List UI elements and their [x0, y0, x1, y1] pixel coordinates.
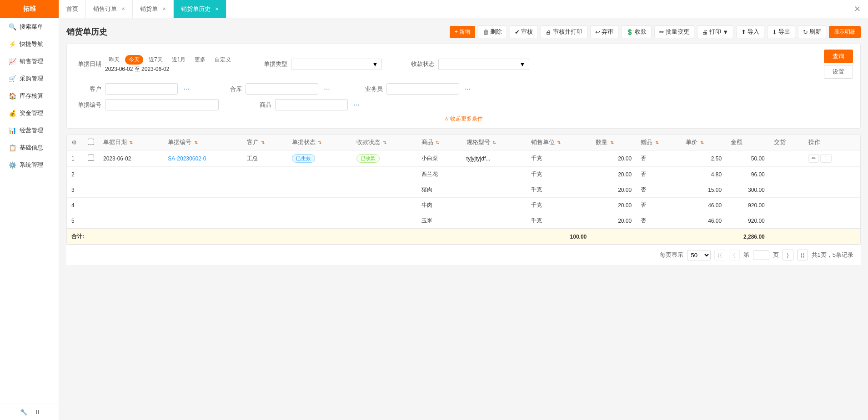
row-customer-3 [242, 198, 287, 213]
tab-sales-order[interactable]: 销售订单 ✕ [86, 0, 133, 18]
sidebar-item-inventory-calc[interactable]: 🏠 库存核算 [0, 87, 59, 105]
audit-print-button[interactable]: 🖨 审核并打印 [541, 25, 587, 38]
filter-product-input[interactable] [275, 99, 348, 110]
row-transaction-4 [769, 213, 804, 229]
collect-icon: 💲 [626, 29, 633, 35]
row-doc-no-0[interactable]: SA-20230602-0 [163, 150, 242, 167]
salesperson-picker-icon[interactable]: ··· [465, 85, 471, 93]
row-amount-2: 300.00 [726, 182, 769, 198]
current-page-input[interactable]: 1 [753, 250, 769, 260]
export-button[interactable]: ⬇ 导出 [767, 25, 795, 38]
col-payment-status[interactable]: 收款状态 ⇅ [352, 135, 416, 150]
next-page-btn[interactable]: ⟩ [783, 250, 793, 260]
filter-setting-button[interactable]: 设置 [824, 65, 853, 79]
tab-sales-history-close[interactable]: ✕ [215, 6, 219, 11]
row-payment-status-0: 已收款 [352, 150, 416, 167]
row-spec-4 [462, 213, 527, 229]
tab-sales-order-label: 销售订单 [93, 5, 117, 13]
delete-button[interactable]: 🗑 删除 [478, 25, 507, 38]
col-doc-date[interactable]: 单据日期 ⇅ [99, 135, 163, 150]
sidebar-item-finance-mgmt[interactable]: 💰 资金管理 [0, 105, 59, 122]
prev-page-btn[interactable]: ⟨ [729, 250, 740, 260]
sidebar-item-system-mgmt[interactable]: ⚙️ 系统管理 [0, 156, 59, 174]
table-row: 3 猪肉 千克 20.00 否 15.00 300.00 [67, 182, 860, 198]
filter-row-3: 单据编号 商品 ··· [74, 99, 853, 110]
last-page-btn[interactable]: ⟩⟩ [797, 250, 808, 260]
filter-docno-input[interactable] [105, 99, 219, 110]
date-tag-1month[interactable]: 近1月 [168, 55, 190, 65]
sidebar-item-purchase-mgmt[interactable]: 🛒 采购管理 [0, 70, 59, 87]
filter-customer-input[interactable] [105, 83, 178, 95]
row-checkbox-0[interactable] [88, 155, 94, 161]
col-gift[interactable]: 赠品 ⇅ [636, 135, 681, 150]
sidebar-item-operations-mgmt[interactable]: 📊 经营管理 [0, 122, 59, 139]
batch-change-button[interactable]: ✏ 批量变更 [654, 25, 694, 38]
discard-button[interactable]: ↩ 弃审 [590, 25, 618, 38]
date-tag-more[interactable]: 更多 [191, 55, 209, 65]
sidebar-item-search-menu[interactable]: 🔍 搜索菜单 [0, 18, 59, 35]
col-settings-icon: ⚙ [71, 139, 77, 146]
new-button[interactable]: + 新增 [450, 26, 475, 38]
settings-bottom-icon[interactable]: 🔧 [20, 409, 27, 415]
col-settings[interactable]: ⚙ [67, 135, 83, 150]
sales-icon: 📈 [9, 58, 16, 65]
date-tag-yesterday[interactable]: 昨天 [105, 55, 123, 65]
query-button[interactable]: 查询 [824, 50, 853, 63]
col-doc-no[interactable]: 单据编号 ⇅ [163, 135, 242, 150]
first-page-btn[interactable]: ⟨⟨ [714, 250, 725, 260]
sidebar-item-quick-nav[interactable]: ⚡ 快捷导航 [0, 35, 59, 53]
sidebar-item-label: 搜索菜单 [20, 23, 43, 31]
sidebar-bottom-actions: 🔧 ⏸ [0, 404, 59, 420]
filter-doc-type-select[interactable]: ▼ [291, 59, 382, 70]
audit-print-icon: 🖨 [546, 29, 552, 35]
row-doc-date-3 [99, 198, 163, 213]
action-btn-更多[interactable]: ⋮ [820, 154, 832, 163]
tab-sales-delivery-close[interactable]: ✕ [162, 6, 166, 11]
tab-close-all-btn[interactable]: ✕ [847, 4, 868, 14]
pause-icon[interactable]: ⏸ [35, 409, 40, 415]
tab-sales-delivery[interactable]: 销货单 ✕ [133, 0, 174, 18]
tab-sales-history[interactable]: 销货单历史 ✕ [174, 0, 226, 18]
audit-button[interactable]: ✔ 审核 [510, 25, 538, 38]
tab-home[interactable]: 首页 [59, 0, 86, 18]
sidebar-item-sales-mgmt[interactable]: 📈 销售管理 [0, 53, 59, 70]
per-page-label: 每页显示 [660, 251, 683, 259]
display-detail-button[interactable]: 显示明细 [829, 26, 861, 38]
sort-customer-icon: ⇅ [261, 140, 265, 145]
filter-salesperson-input[interactable] [386, 83, 459, 95]
row-transaction-1 [769, 167, 804, 182]
col-unit-price[interactable]: 单价 ⇅ [681, 135, 726, 150]
collect-button[interactable]: 💲 收款 [621, 25, 652, 38]
sidebar-item-basic-info[interactable]: 📋 基础信息 [0, 139, 59, 156]
col-product[interactable]: 商品 ⇅ [417, 135, 462, 150]
filter-warehouse-input[interactable] [246, 83, 318, 95]
refresh-button[interactable]: ↻ 刷新 [798, 25, 826, 38]
date-tag-7days[interactable]: 近7天 [145, 55, 166, 65]
col-unit[interactable]: 销售单位 ⇅ [527, 135, 591, 150]
payment-status-dropdown-icon: ▼ [520, 61, 526, 68]
warehouse-picker-icon[interactable]: ··· [324, 85, 330, 93]
row-cb-2 [83, 182, 99, 198]
per-page-select[interactable]: 50 100 200 [687, 250, 711, 260]
col-spec[interactable]: 规格型号 ⇅ [462, 135, 527, 150]
row-unit-1: 千克 [527, 167, 591, 182]
customer-picker-icon[interactable]: ··· [183, 85, 189, 93]
select-all-checkbox[interactable] [88, 139, 94, 145]
filter-collapse-btn[interactable]: ∧ 收起更多条件 [74, 115, 853, 123]
filter-date-group: 昨天 今天 近7天 近1月 更多 自定义 2023-06-02 至 2023-0… [105, 55, 235, 73]
col-doc-status[interactable]: 单据状态 ⇅ [287, 135, 352, 150]
print-button[interactable]: 🖨 打印 ▼ [697, 25, 733, 38]
date-tag-custom[interactable]: 自定义 [211, 55, 235, 65]
filter-payment-status-select[interactable]: ▼ [438, 59, 529, 70]
col-customer[interactable]: 客户 ⇅ [242, 135, 287, 150]
row-cb-4 [83, 213, 99, 229]
date-tag-today[interactable]: 今天 [125, 55, 143, 65]
action-btn-编辑[interactable]: ✏ [808, 154, 819, 163]
row-actions-1 [804, 167, 860, 182]
tab-sales-order-close[interactable]: ✕ [121, 6, 125, 11]
product-picker-icon[interactable]: ··· [353, 101, 359, 109]
import-button[interactable]: ⬆ 导入 [736, 25, 764, 38]
row-actions-2 [804, 182, 860, 198]
sort-payment-icon: ⇅ [383, 140, 386, 145]
col-quantity[interactable]: 数量 ⇅ [591, 135, 636, 150]
